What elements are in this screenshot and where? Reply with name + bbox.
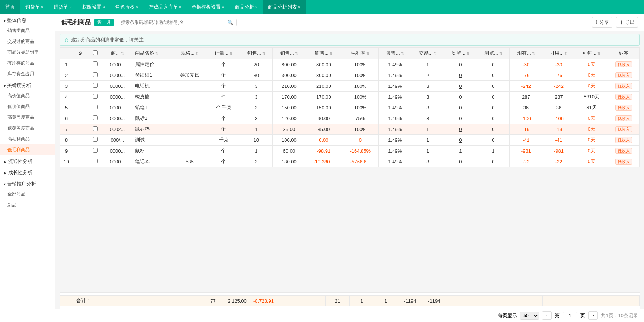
row-checkbox[interactable] [88,113,103,124]
row-checkbox[interactable] [88,81,103,92]
row-unit: 件 [207,92,240,102]
sidebar-item-category-sales[interactable]: 商品分类助销率 [0,47,55,58]
export-button[interactable]: ⬇ 导出 [616,17,638,28]
sidebar-item-new-products[interactable]: 新品 [0,200,55,210]
sidebar-item-in-stock[interactable]: 有库存的商品 [0,58,55,68]
col-header-spec[interactable]: 规格... ⇅ [172,48,207,59]
row-browse1[interactable]: 0 [444,81,477,92]
nav-template[interactable]: 单据模板设置 × [186,0,229,14]
nav-close-production[interactable]: × [179,5,181,9]
row-checkbox[interactable] [88,92,103,102]
row-browse1[interactable]: 0 [444,156,477,167]
col-header-name[interactable]: 商品名称 ⇅ [132,48,172,59]
row-code: 0000... [103,102,132,113]
nav-role[interactable]: 角色授权 × [110,0,143,14]
row-num: 1 [60,59,73,70]
page-suffix: 页 [580,312,585,319]
prev-page-button[interactable]: ＜ [542,311,552,320]
col-header-tag[interactable]: 标签 [608,48,640,59]
nav-product-analysis[interactable]: 商品分析 × [230,0,263,14]
row-tag: 低收入 [608,146,640,156]
nav-home[interactable]: 首页 [0,0,20,14]
next-page-button[interactable]: ＞ [588,311,598,320]
col-header-trade-count[interactable]: 交易... ⇅ [411,48,444,59]
sidebar-item-high-value[interactable]: 高价值商品 [0,90,55,101]
col-header-code[interactable]: 商... ⇅ [103,48,132,59]
nav-close-role[interactable]: × [136,5,138,9]
row-browse1[interactable]: 0 [444,113,477,124]
col-header-browse2[interactable]: 浏览... ⇅ [477,48,510,59]
row-tag: 低收入 [608,102,640,113]
row-browse1[interactable]: 1 [444,146,477,156]
row-spec [172,146,207,156]
row-checkbox[interactable] [88,70,103,81]
sidebar-item-low-value[interactable]: 低价值商品 [0,101,55,112]
col-header-sales-price[interactable]: 销售... ⇅ [273,48,305,59]
row-browse2: 0 [477,59,510,70]
sidebar-group-overall[interactable]: ▾ 整体信息 [0,14,55,25]
row-trade-count: 3 [411,156,444,167]
col-header-unit[interactable]: 计量... ⇅ [207,48,240,59]
row-checkbox[interactable] [88,124,103,135]
col-header-sales-qty[interactable]: 销售... ⇅ [240,48,273,59]
sidebar-group-marketing[interactable]: ▾ 营销推广分析 [0,178,55,189]
sidebar-group-reputation[interactable]: ▾ 美誉度分析 [0,79,55,90]
notice-text: 这部分商品的利润非常低，请关注 [71,36,144,43]
nav-close-sales[interactable]: × [41,5,43,9]
sidebar-item-all-products[interactable]: 全部商品 [0,189,55,200]
row-browse1[interactable]: 0 [444,135,477,146]
row-browse1[interactable]: 0 [444,70,477,81]
col-header-current-stock[interactable]: 现有... ⇅ [510,48,542,59]
share-button[interactable]: ⤴ 分享 [592,17,612,28]
row-checkbox[interactable] [88,59,103,70]
nav-close-purchase[interactable]: × [69,5,71,9]
row-browse1[interactable]: 0 [444,59,477,70]
col-header-available-stock[interactable]: 可用... ⇅ [542,48,575,59]
nav-purchase[interactable]: 进货单 × [48,0,77,14]
nav-close-permission[interactable]: × [103,5,105,9]
search-icon[interactable]: 🔍 [227,20,233,25]
row-checkbox[interactable] [88,156,103,167]
nav-permission[interactable]: 权限设置 × [77,0,110,14]
row-checkbox[interactable] [88,135,103,146]
per-page-select[interactable]: 50 20 100 [520,312,539,320]
row-sales-price: 180.00 [273,156,305,167]
search-box[interactable]: 🔍 [118,19,237,26]
sidebar-group-flow[interactable]: ▶ 流通性分析 [0,155,55,166]
sidebar-item-high-margin[interactable]: 高毛利商品 [0,134,55,144]
row-checkbox[interactable] [88,146,103,156]
row-browse1[interactable]: 0 [444,92,477,102]
nav-production[interactable]: 产成品入库单 × [144,0,186,14]
col-header-gross-margin[interactable]: 毛利率 ⇅ [342,48,379,59]
col-header-setting[interactable]: ⚙ [73,48,88,59]
sidebar-item-low-margin[interactable]: 低毛利商品 [0,144,55,155]
col-header-sales-profit[interactable]: 销售... ⇅ [305,48,342,59]
nav-sales[interactable]: 销货单 × [20,0,48,14]
sidebar-item-capital[interactable]: 库存资金占用 [0,68,55,79]
time-tag-button[interactable]: 近一月 [94,19,114,26]
col-header-check[interactable] [88,48,103,59]
col-header-coverage[interactable]: 覆盖... ⇅ [379,48,411,59]
row-trade-count: 1 [411,146,444,156]
row-trade-count: 3 [411,113,444,124]
sidebar-item-sales-products[interactable]: 销售类商品 [0,25,55,36]
sidebar-item-traded-products[interactable]: 交易过的商品 [0,36,55,47]
row-browse1[interactable]: 0 [444,102,477,113]
select-all-checkbox[interactable] [93,50,98,55]
sidebar-group-growth[interactable]: ▶ 成长性分析 [0,166,55,178]
nav-close-product-analysis-list[interactable]: × [298,5,300,9]
nav-product-analysis-list[interactable]: 商品分析列表 × [263,0,305,14]
sidebar-item-high-coverage[interactable]: 高覆盖度商品 [0,112,55,123]
total-trade-count: 21 [325,296,349,306]
page-input[interactable] [563,312,577,319]
data-table-container[interactable]: ⚙ 商... ⇅ 商品名称 ⇅ 规格... ⇅ 计量... ⇅ 销售... ⇅ … [60,47,640,292]
row-browse2: 1 [477,146,510,156]
nav-close-template[interactable]: × [222,5,224,9]
col-header-saleable-stock[interactable]: 可销... ⇅ [575,48,608,59]
sidebar-item-low-coverage[interactable]: 低覆盖度商品 [0,123,55,134]
row-checkbox[interactable] [88,102,103,113]
row-browse1[interactable]: 0 [444,124,477,135]
nav-close-product-analysis[interactable]: × [255,5,257,9]
search-input[interactable] [121,20,227,25]
col-header-browse1[interactable]: 浏览... ⇅ [444,48,477,59]
